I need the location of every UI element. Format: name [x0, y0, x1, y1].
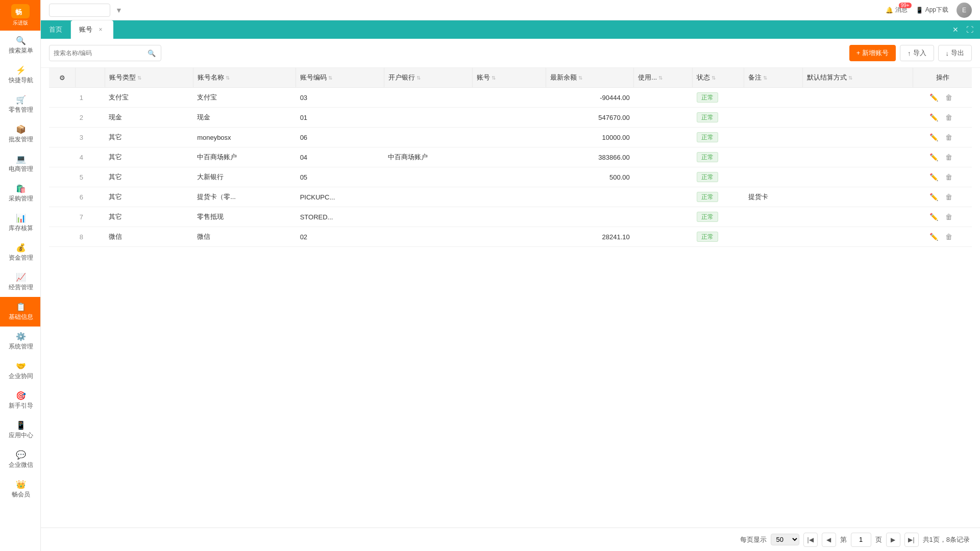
table-row: 5 其它 大新银行 05 500.00 正常 ✏️ 🗑 — [49, 167, 972, 187]
edit-button[interactable]: ✏️ — [928, 172, 939, 182]
edit-button[interactable]: ✏️ — [928, 192, 939, 202]
row-action-cell: ✏️ 🗑 — [913, 227, 972, 247]
delete-button[interactable]: 🗑 — [944, 152, 953, 162]
col-settings[interactable]: ⚙ — [49, 68, 76, 88]
sidebar-item-wholesale[interactable]: 📦 批发管理 — [0, 119, 40, 149]
sidebar-item-wechat[interactable]: 💬 企业微信 — [0, 445, 40, 474]
row-settings-cell — [49, 187, 76, 207]
edit-button[interactable]: ✏️ — [928, 92, 939, 103]
page-last-button[interactable]: ▶| — [904, 533, 919, 547]
account-search-input[interactable] — [54, 49, 145, 57]
page-number-input[interactable] — [851, 533, 871, 547]
sidebar-item-retail[interactable]: 🛒 零售管理 — [0, 90, 40, 119]
col-balance[interactable]: 最新余额⇅ — [546, 68, 634, 88]
delete-button[interactable]: 🗑 — [944, 192, 953, 202]
message-button[interactable]: 🔔 消息 99+ — [886, 6, 908, 14]
sort-remark-icon[interactable]: ⇅ — [763, 75, 767, 81]
sidebar-item-system[interactable]: ⚙️ 系统管理 — [0, 327, 40, 356]
row-remark-cell — [744, 128, 803, 147]
row-bank-cell — [384, 88, 472, 108]
row-num-cell: 3 — [76, 128, 105, 147]
row-default-cell — [803, 88, 913, 108]
sidebar-item-guide[interactable]: 🎯 新手引导 — [0, 386, 40, 415]
delete-button[interactable]: 🗑 — [944, 212, 953, 222]
edit-button[interactable]: ✏️ — [928, 132, 939, 142]
row-bank-cell — [384, 167, 472, 187]
sort-account-icon[interactable]: ⇅ — [492, 75, 496, 81]
col-type-label: 账号类型 — [109, 73, 136, 82]
purchase-nav-icon: 🛍️ — [16, 184, 26, 193]
sidebar-item-inventory[interactable]: 📊 库存核算 — [0, 208, 40, 238]
col-action-label: 操作 — [936, 73, 949, 81]
sort-name-icon[interactable]: ⇅ — [226, 75, 230, 81]
tab-close-icon[interactable]: × — [96, 26, 105, 34]
import-button[interactable]: ↑ 导入 — [900, 45, 934, 61]
sort-status-icon[interactable]: ⇅ — [712, 75, 716, 81]
sidebar-item-appcenter[interactable]: 📱 应用中心 — [0, 415, 40, 445]
sidebar-item-purchase[interactable]: 🛍️ 采购管理 — [0, 179, 40, 208]
add-account-button[interactable]: + 新增账号 — [849, 45, 896, 61]
tab-expand-icon[interactable]: ⛶ — [964, 23, 976, 36]
top-search-input[interactable] — [49, 4, 110, 17]
row-type-cell: 其它 — [105, 147, 193, 167]
row-name-cell: 微信 — [193, 227, 296, 247]
row-usage-cell — [634, 147, 693, 167]
sort-default-icon[interactable]: ⇅ — [848, 75, 852, 81]
row-remark-cell — [744, 227, 803, 247]
page-prev-button[interactable]: ◀ — [822, 533, 836, 547]
sort-code-icon[interactable]: ⇅ — [328, 75, 332, 81]
table-row: 4 其它 中百商场账户 04 中百商场账户 383866.00 正常 ✏️ 🗑 — [49, 147, 972, 167]
delete-button[interactable]: 🗑 — [944, 172, 953, 182]
col-account[interactable]: 账号⇅ — [472, 68, 546, 88]
sidebar-item-ecommerce[interactable]: 💻 电商管理 — [0, 149, 40, 179]
col-remark[interactable]: 备注⇅ — [744, 68, 803, 88]
sort-usage-icon[interactable]: ⇅ — [658, 75, 663, 81]
user-avatar[interactable]: E — [957, 3, 972, 18]
sort-balance-icon[interactable]: ⇅ — [578, 75, 582, 81]
top-search-dropdown-icon[interactable]: ▼ — [115, 6, 122, 14]
sidebar-item-basic[interactable]: 📋 基础信息 — [0, 297, 40, 327]
edit-button[interactable]: ✏️ — [928, 152, 939, 162]
col-bank-label: 开户银行 — [388, 73, 415, 82]
row-usage-cell — [634, 207, 693, 227]
sort-type-icon[interactable]: ⇅ — [137, 75, 141, 81]
app-download-button[interactable]: 📱 App下载 — [916, 6, 948, 14]
sidebar-item-operations[interactable]: 📈 经营管理 — [0, 267, 40, 297]
sidebar-item-member[interactable]: 👑 畅会员 — [0, 474, 40, 504]
col-name[interactable]: 账号名称⇅ — [193, 68, 296, 88]
row-account-cell — [472, 227, 546, 247]
delete-button[interactable]: 🗑 — [944, 132, 953, 142]
page-next-button[interactable]: ▶ — [886, 533, 900, 547]
tab-account[interactable]: 账号 × — [71, 20, 113, 39]
col-usage[interactable]: 使用...⇅ — [634, 68, 693, 88]
export-button[interactable]: ↓ 导出 — [938, 45, 972, 61]
page-first-button[interactable]: |◀ — [803, 533, 818, 547]
col-bank[interactable]: 开户银行⇅ — [384, 68, 472, 88]
delete-button[interactable]: 🗑 — [944, 112, 953, 122]
shortcut-nav-icon: ⚡ — [16, 65, 26, 75]
col-code-label: 账号编码 — [300, 73, 327, 82]
table-row: 3 其它 moneybosx 06 10000.00 正常 ✏️ 🗑 — [49, 128, 972, 147]
tab-close-all-icon[interactable]: ✕ — [949, 23, 962, 36]
row-name-cell: 提货卡（零... — [193, 187, 296, 207]
page-size-select[interactable]: 50 100 — [771, 534, 799, 545]
sidebar-item-cooperation[interactable]: 🤝 企业协同 — [0, 356, 40, 386]
inventory-nav-icon: 📊 — [16, 213, 26, 223]
sidebar-item-shortcut[interactable]: ⚡ 快捷导航 — [0, 60, 40, 90]
sidebar-item-finance[interactable]: 💰 资金管理 — [0, 238, 40, 267]
edit-button[interactable]: ✏️ — [928, 212, 939, 222]
col-default[interactable]: 默认结算方式⇅ — [803, 68, 913, 88]
delete-button[interactable]: 🗑 — [944, 232, 953, 242]
col-type[interactable]: 账号类型⇅ — [105, 68, 193, 88]
col-code[interactable]: 账号编码⇅ — [296, 68, 384, 88]
sidebar-item-label: 快捷导航 — [9, 76, 33, 85]
sort-bank-icon[interactable]: ⇅ — [416, 75, 421, 81]
row-usage-cell — [634, 88, 693, 108]
tab-home[interactable]: 首页 — [41, 20, 71, 39]
search-icon[interactable]: 🔍 — [148, 49, 156, 57]
edit-button[interactable]: ✏️ — [928, 112, 939, 122]
sidebar-item-search[interactable]: 🔍 搜索菜单 — [0, 31, 40, 60]
edit-button[interactable]: ✏️ — [928, 232, 939, 242]
delete-button[interactable]: 🗑 — [944, 92, 953, 103]
col-status[interactable]: 状态⇅ — [693, 68, 744, 88]
